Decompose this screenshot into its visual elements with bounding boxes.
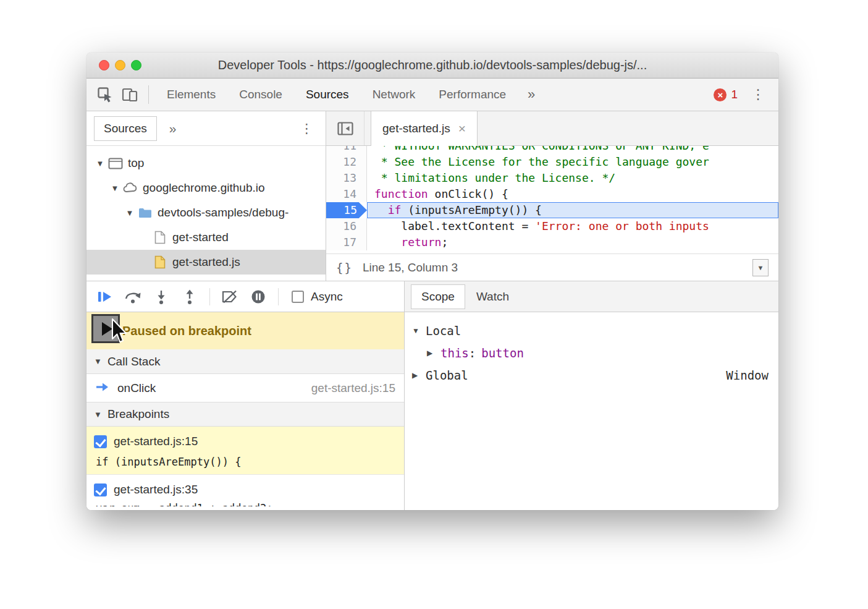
file-icon [152, 230, 168, 245]
code-line: 11 * WITHOUT WARRANTIES OR CONDITIONS OF… [326, 146, 778, 154]
navigator-more-tabs-icon[interactable]: » [169, 121, 177, 136]
debug-toolbar: Async [86, 281, 404, 312]
current-frame-arrow-icon [95, 381, 110, 395]
tree-item-get-started[interactable]: get-started [86, 225, 326, 250]
pause-on-exceptions-icon[interactable] [244, 283, 272, 310]
scope-section-label: Global [426, 368, 468, 382]
scope-tree: ▼ Local ▶ this:button ▶ Global Window [405, 312, 778, 386]
tab-console[interactable]: Console [227, 79, 294, 111]
tab-elements[interactable]: Elements [155, 79, 227, 111]
pretty-print-icon[interactable]: {} [336, 261, 353, 275]
scope-section-global[interactable]: ▶ Global Window [405, 364, 778, 386]
chevron-down-icon: ▼ [94, 410, 102, 419]
property-name: this [440, 346, 469, 360]
navigator-tab-sources[interactable]: Sources [94, 116, 157, 141]
minimize-window-button[interactable] [115, 60, 125, 70]
chevron-down-icon[interactable]: ▼ [122, 208, 137, 218]
overflow-menu-icon[interactable]: ⋮ [743, 87, 772, 103]
tab-network[interactable]: Network [361, 79, 428, 111]
breakpoint-entry[interactable]: get-started.js:15 if (inputsAreEmpty()) … [86, 427, 404, 475]
line-number[interactable]: 12 [326, 154, 367, 170]
step-over-icon[interactable] [119, 283, 147, 310]
async-checkbox-group: Async [292, 290, 343, 304]
breakpoints-header[interactable]: ▼ Breakpoints [86, 402, 404, 427]
tab-watch[interactable]: Watch [466, 285, 519, 309]
toolbar-divider [209, 288, 210, 305]
code-line: 17 return; [326, 234, 778, 250]
tree-item-get-started-js[interactable]: get-started.js [86, 250, 326, 275]
tree-item-top[interactable]: ▼ top [86, 151, 326, 176]
scope-property-this[interactable]: ▶ this:button [405, 342, 778, 364]
device-toolbar-icon[interactable] [117, 82, 142, 107]
execution-line-number[interactable]: 15 [326, 202, 367, 218]
close-window-button[interactable] [99, 60, 109, 70]
tree-item-folder[interactable]: ▼ devtools-samples/debug- [86, 200, 326, 225]
zoom-window-button[interactable] [131, 60, 141, 70]
line-number[interactable]: 16 [326, 218, 367, 234]
line-number[interactable]: 14 [326, 186, 367, 202]
tab-scope[interactable]: Scope [411, 284, 465, 309]
scrollbar-down-button[interactable]: ▼ [752, 259, 769, 276]
cloud-icon [122, 181, 138, 195]
toggle-navigator-icon[interactable] [326, 111, 364, 145]
error-count-badge[interactable]: × 1 [709, 88, 743, 101]
more-panels-icon[interactable]: » [518, 87, 545, 103]
breakpoint-code: if (inputsAreEmpty()) { [94, 456, 397, 468]
async-checkbox[interactable] [292, 291, 304, 303]
code-token: label.textContent = [374, 219, 535, 232]
frame-icon [107, 156, 124, 171]
resume-script-icon[interactable] [90, 283, 119, 310]
code-token: if [388, 203, 402, 216]
breakpoint-entry[interactable]: get-started.js:35 var sum = addend1 + ad… [86, 475, 404, 510]
tab-performance[interactable]: Performance [427, 79, 518, 111]
line-number[interactable]: 11 [326, 146, 367, 154]
line-number[interactable]: 17 [326, 234, 367, 250]
deactivate-breakpoints-icon[interactable] [216, 283, 244, 310]
sources-panel: Sources » ⋮ ▼ top ▼ googlechrome. [86, 111, 778, 281]
code-line: 13 * limitations under the License. */ [326, 170, 778, 186]
inspect-element-icon[interactable] [93, 82, 117, 107]
property-value: button [481, 346, 524, 360]
breakpoints-title: Breakpoints [107, 407, 169, 421]
error-icon: × [714, 88, 727, 101]
close-tab-icon[interactable]: × [458, 121, 466, 136]
code-token: * limitations under the License. */ [374, 171, 615, 184]
navigator-header: Sources » ⋮ [86, 111, 326, 146]
global-object-value: Window [726, 368, 771, 382]
paused-message-banner: Paused on breakpoint [86, 312, 404, 349]
scope-section-label: Local [426, 324, 461, 338]
code-line-current[interactable]: 15 if (inputsAreEmpty()) { [326, 202, 778, 218]
breakpoint-checkbox[interactable] [94, 435, 107, 448]
step-into-icon[interactable] [147, 283, 175, 310]
async-label: Async [311, 290, 343, 304]
toolbar-divider [148, 85, 149, 104]
scope-tabbar: Scope Watch [405, 281, 778, 312]
chevron-down-icon[interactable]: ▼ [93, 159, 107, 168]
call-stack-header[interactable]: ▼ Call Stack [86, 349, 404, 374]
code-token [374, 203, 388, 216]
editor-status-bar: {} Line 15, Column 3 ▼ [326, 253, 778, 281]
navigator-menu-icon[interactable]: ⋮ [300, 121, 318, 136]
code-line: 12 * See the License for the specific la… [326, 154, 778, 170]
file-tree: ▼ top ▼ googlechrome.github.io ▼ [86, 146, 326, 275]
breakpoint-checkbox[interactable] [94, 483, 107, 496]
tab-sources[interactable]: Sources [294, 79, 361, 111]
tree-item-domain[interactable]: ▼ googlechrome.github.io [86, 176, 326, 200]
chevron-down-icon: ▼ [94, 357, 102, 366]
line-number[interactable]: 13 [326, 170, 367, 186]
folder-icon [137, 205, 153, 220]
code-line: 14 function onClick() { [326, 186, 778, 202]
debugger-area: Async Paused on breakpoint ▼ Call Stack … [86, 281, 778, 510]
breakpoint-location: get-started.js:35 [114, 483, 198, 496]
scope-section-local[interactable]: ▼ Local [405, 320, 778, 342]
chevron-down-icon[interactable]: ▼ [107, 184, 122, 193]
debugger-sidebar: Async Paused on breakpoint ▼ Call Stack … [86, 281, 405, 510]
frame-location: get-started.js:15 [311, 381, 395, 395]
editor-tab-get-started-js[interactable]: get-started.js × [371, 111, 478, 146]
code-editor[interactable]: 11 * WITHOUT WARRANTIES OR CONDITIONS OF… [326, 146, 778, 253]
step-out-icon[interactable] [175, 283, 204, 310]
call-stack-title: Call Stack [107, 355, 161, 368]
call-stack-frame[interactable]: onClick get-started.js:15 [86, 374, 404, 402]
code-token: 'Error: one or both inputs [535, 219, 709, 232]
devtools-toolbar: Elements Console Sources Network Perform… [86, 79, 778, 111]
